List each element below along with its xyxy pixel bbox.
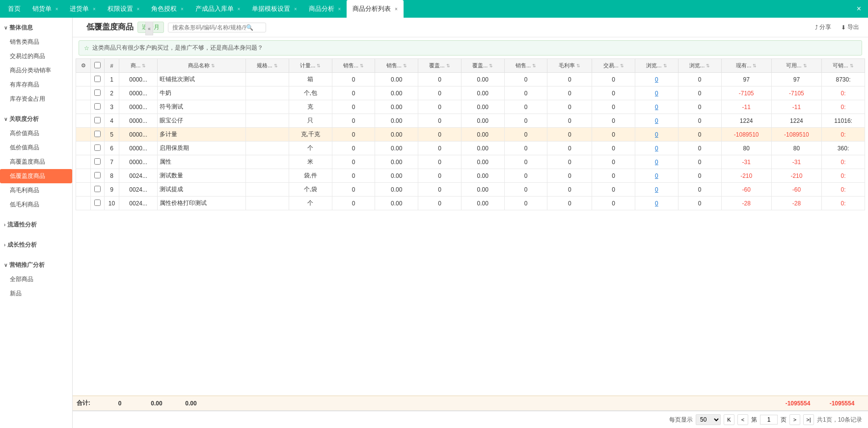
cell-sales-amt: 0.00 [375, 183, 418, 197]
page-size-select[interactable]: 50 20 100 200 [696, 414, 721, 425]
cell-check[interactable] [91, 100, 105, 114]
th-cover-b[interactable]: 覆盖... ⇅ [461, 59, 504, 73]
th-unit[interactable]: 计量... ⇅ [289, 59, 332, 73]
sidebar-item-new-goods[interactable]: 新品 [0, 286, 72, 301]
cell-browse-a[interactable]: 0 [635, 114, 678, 128]
cell-browse-a[interactable]: 0 [635, 183, 678, 197]
cell-check[interactable] [91, 86, 105, 100]
row-checkbox[interactable] [94, 186, 101, 192]
sidebar-item-category-rate[interactable]: 商品分类动销率 [0, 63, 72, 78]
search-input[interactable] [172, 24, 246, 31]
cell-browse-a[interactable]: 0 [635, 73, 678, 86]
sidebar-group-association[interactable]: ∨ 关联度分析 [0, 112, 72, 126]
sidebar-collapse-button[interactable]: « [145, 22, 153, 35]
cell-check[interactable] [91, 73, 105, 86]
cell-name: 旺铺批次测试 [158, 73, 246, 86]
sidebar-item-traded-goods[interactable]: 交易过的商品 [0, 49, 72, 63]
nav-close-analysis[interactable]: × [338, 6, 341, 12]
cell-browse-a[interactable]: 0 [635, 86, 678, 100]
th-cover-a[interactable]: 覆盖... ⇅ [418, 59, 461, 73]
th-spec[interactable]: 规格... ⇅ [246, 59, 289, 73]
cell-check[interactable] [91, 128, 105, 142]
th-code[interactable]: 商... ⇅ [119, 59, 158, 73]
window-close-button[interactable]: × [852, 0, 866, 18]
nav-production[interactable]: 产成品入库单 × [190, 0, 246, 18]
export-button[interactable]: ⬇ 导出 [838, 22, 862, 33]
cell-check[interactable] [91, 169, 105, 183]
prev-page-button[interactable]: < [737, 414, 748, 425]
table-container[interactable]: ⚙ # 商... ⇅ 商品名称 ⇅ 规格... ⇅ 计量... ⇅ 销售... … [76, 58, 865, 396]
nav-home[interactable]: 首页 [2, 0, 27, 18]
cell-check[interactable] [91, 114, 105, 128]
cell-browse-a[interactable]: 0 [635, 142, 678, 155]
cell-browse-a[interactable]: 0 [635, 197, 678, 210]
row-checkbox[interactable] [94, 89, 101, 96]
th-gear[interactable]: ⚙ [76, 59, 91, 73]
th-trade[interactable]: 交易... ⇅ [592, 59, 635, 73]
next-page-button[interactable]: > [789, 414, 800, 425]
th-gross-rate[interactable]: 毛利率 ⇅ [547, 59, 592, 73]
nav-close-sales[interactable]: × [55, 6, 58, 12]
nav-close-production[interactable]: × [238, 6, 241, 12]
nav-close-analysis-list[interactable]: × [395, 6, 398, 12]
th-sellable[interactable]: 可销... ⇅ [822, 59, 865, 73]
cell-browse-a[interactable]: 0 [635, 128, 678, 142]
th-browse-b[interactable]: 浏览... ⇅ [678, 59, 721, 73]
cell-check[interactable] [91, 155, 105, 169]
row-checkbox[interactable] [94, 172, 101, 178]
nav-analysis-list[interactable]: 商品分析列表 × [347, 0, 403, 18]
sidebar-item-stock-fund[interactable]: 库存资金占用 [0, 92, 72, 106]
row-checkbox[interactable] [94, 158, 101, 165]
cell-check[interactable] [91, 183, 105, 197]
sidebar-item-in-stock[interactable]: 有库存商品 [0, 78, 72, 92]
nav-close-template[interactable]: × [294, 6, 297, 12]
nav-close-role[interactable]: × [181, 6, 184, 12]
share-button[interactable]: ⤴ 分享 [812, 22, 834, 33]
search-box[interactable]: 🔍 [168, 23, 266, 32]
search-icon[interactable]: 🔍 [246, 24, 253, 31]
row-checkbox[interactable] [94, 117, 101, 123]
sidebar-group-overall[interactable]: ∨ 整体信息 [0, 21, 72, 35]
sidebar-group-flow[interactable]: › 流通性分析 [0, 218, 72, 232]
sidebar-group-growth[interactable]: › 成长性分析 [0, 238, 72, 252]
sidebar-group-marketing[interactable]: ∨ 营销推广分析 [0, 258, 72, 272]
row-checkbox[interactable] [94, 76, 101, 82]
sidebar-item-all-goods[interactable]: 全部商品 [0, 272, 72, 286]
first-page-button[interactable]: K [724, 414, 734, 425]
page-number-input[interactable] [760, 415, 778, 425]
nav-role[interactable]: 角色授权 × [145, 0, 189, 18]
cell-gross-rate: 0 [547, 169, 592, 183]
th-sales-qty[interactable]: 销售... ⇅ [332, 59, 375, 73]
nav-analysis[interactable]: 商品分析 × [303, 0, 347, 18]
th-sales-amt[interactable]: 销售... ⇅ [375, 59, 418, 73]
last-page-button[interactable]: >| [803, 414, 814, 425]
nav-close-purchase[interactable]: × [93, 6, 96, 12]
th-name[interactable]: 商品名称 ⇅ [158, 59, 246, 73]
cell-check[interactable] [91, 197, 105, 210]
th-available[interactable]: 可用... ⇅ [771, 59, 821, 73]
cell-check[interactable] [91, 142, 105, 155]
sidebar-item-high-coverage[interactable]: 高覆盖度商品 [0, 155, 72, 169]
sidebar-item-low-profit[interactable]: 低毛利商品 [0, 198, 72, 212]
nav-purchase[interactable]: 进货单 × [64, 0, 101, 18]
th-current[interactable]: 现有... ⇅ [721, 59, 771, 73]
nav-template[interactable]: 单据模板设置 × [246, 0, 302, 18]
cell-browse-a[interactable]: 0 [635, 100, 678, 114]
nav-permission[interactable]: 权限设置 × [102, 0, 145, 18]
cell-browse-a[interactable]: 0 [635, 169, 678, 183]
row-checkbox[interactable] [94, 131, 101, 137]
sidebar-item-high-profit[interactable]: 高毛利商品 [0, 183, 72, 198]
select-all-checkbox[interactable] [94, 62, 101, 68]
nav-close-permission[interactable]: × [137, 6, 140, 12]
row-checkbox[interactable] [94, 144, 101, 151]
sidebar-item-sales-goods[interactable]: 销售类商品 [0, 35, 72, 49]
sidebar-item-low-coverage[interactable]: 低覆盖度商品 [0, 169, 72, 183]
row-checkbox[interactable] [94, 200, 101, 206]
cell-browse-a[interactable]: 0 [635, 155, 678, 169]
sidebar-item-low-value[interactable]: 低价值商品 [0, 141, 72, 155]
th-sales-c[interactable]: 销售... ⇅ [504, 59, 547, 73]
nav-sales[interactable]: 销货单 × [27, 0, 64, 18]
sidebar-item-high-value[interactable]: 高价值商品 [0, 126, 72, 141]
row-checkbox[interactable] [94, 103, 101, 110]
th-browse-a[interactable]: 浏览... ⇅ [635, 59, 678, 73]
